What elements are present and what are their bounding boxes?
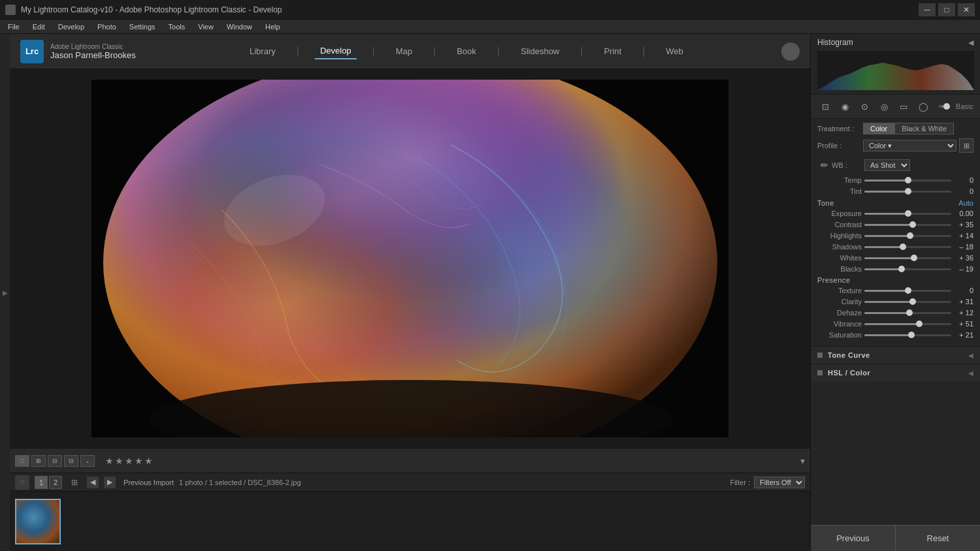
saturation-slider[interactable] bbox=[864, 334, 951, 336]
highlights-slider-row: Highlights + 14 bbox=[817, 232, 973, 240]
view-compare[interactable]: ⊞ bbox=[31, 455, 46, 467]
view-single[interactable]: □ bbox=[15, 455, 29, 467]
saturation-label: Saturation bbox=[817, 331, 862, 339]
nav-print[interactable]: Print bbox=[598, 44, 627, 59]
avatar[interactable] bbox=[781, 42, 800, 61]
vibrance-slider[interactable] bbox=[864, 323, 951, 325]
nav-web[interactable]: Web bbox=[661, 44, 689, 59]
left-panel[interactable]: ▶ bbox=[0, 34, 10, 551]
view-loupe[interactable]: ⊟ bbox=[64, 455, 78, 467]
nav-book[interactable]: Book bbox=[451, 44, 482, 59]
histogram-collapse-button[interactable]: ◀ bbox=[968, 39, 973, 47]
hand-tool-icon[interactable]: ☞ bbox=[15, 475, 29, 490]
adjustment-brush-tool[interactable]: ◯ bbox=[915, 99, 931, 114]
title-bar-icon bbox=[5, 5, 16, 15]
texture-slider[interactable] bbox=[864, 290, 951, 292]
temp-value: 0 bbox=[954, 176, 973, 184]
graduated-filter-tool[interactable]: ◎ bbox=[876, 99, 892, 114]
tone-subsection-label: Tone Auto bbox=[817, 199, 973, 207]
star-1[interactable]: ★ bbox=[105, 456, 114, 466]
temp-label: Temp bbox=[817, 176, 862, 184]
shadows-value: – 18 bbox=[954, 243, 973, 251]
tone-slider-thumb[interactable] bbox=[943, 103, 950, 110]
menu-photo[interactable]: Photo bbox=[95, 22, 119, 32]
nav-sep5: | bbox=[580, 46, 583, 57]
photo-info: 1 photo / 1 selected / DSC_8386-2.jpg bbox=[179, 479, 301, 486]
reset-button[interactable]: Reset bbox=[895, 525, 980, 551]
whites-slider[interactable] bbox=[864, 257, 951, 259]
strip-num-1[interactable]: 1 bbox=[35, 476, 48, 489]
nav-map[interactable]: Map bbox=[391, 44, 417, 59]
thumb-inner-1 bbox=[16, 500, 59, 543]
treatment-bw-btn[interactable]: Black & White bbox=[894, 123, 953, 134]
highlights-slider[interactable] bbox=[864, 235, 951, 237]
star-3[interactable]: ★ bbox=[125, 456, 133, 466]
wb-select[interactable]: As Shot Auto Daylight Cloudy Custom bbox=[864, 159, 910, 171]
star-5[interactable]: ★ bbox=[144, 456, 153, 466]
exposure-slider[interactable] bbox=[864, 213, 951, 215]
strip-num-2[interactable]: 2 bbox=[49, 476, 62, 489]
hsl-color-arrow: ◀ bbox=[968, 370, 973, 377]
menu-window[interactable]: Window bbox=[224, 22, 255, 32]
top-nav-left: Lrc Adobe Lightroom Classic Jason Parnel… bbox=[20, 40, 136, 63]
temp-slider-row: Temp 0 bbox=[817, 176, 973, 184]
treatment-label: Treatment : bbox=[817, 125, 863, 133]
prev-nav-button[interactable]: ◀ bbox=[87, 477, 99, 488]
wb-eyedropper-tool[interactable]: ✏ bbox=[817, 158, 832, 172]
crop-tool[interactable]: ⊡ bbox=[817, 99, 833, 114]
menu-help[interactable]: Help bbox=[263, 22, 283, 32]
close-button[interactable]: ✕ bbox=[958, 3, 975, 16]
shadows-slider[interactable] bbox=[864, 246, 951, 248]
menu-view[interactable]: View bbox=[195, 22, 216, 32]
nav-slideshow[interactable]: Slideshow bbox=[515, 44, 564, 59]
menu-edit[interactable]: Edit bbox=[30, 22, 48, 32]
profile-select[interactable]: Color ▾ bbox=[863, 140, 956, 151]
tone-curve-section[interactable]: Tone Curve ◀ bbox=[811, 346, 980, 364]
dehaze-slider[interactable] bbox=[864, 312, 951, 314]
nav-develop[interactable]: Develop bbox=[315, 43, 357, 59]
tone-name: Tone bbox=[817, 199, 834, 207]
hsl-color-toggle bbox=[817, 370, 823, 375]
app-name: Adobe Lightroom Classic bbox=[50, 43, 136, 50]
maximize-button[interactable]: □ bbox=[938, 3, 955, 16]
top-nav: Lrc Adobe Lightroom Classic Jason Parnel… bbox=[10, 34, 810, 69]
blacks-slider[interactable] bbox=[864, 268, 951, 270]
clarity-slider[interactable] bbox=[864, 301, 951, 303]
star-4[interactable]: ★ bbox=[135, 456, 143, 466]
view-grid[interactable]: ⊟ bbox=[48, 455, 62, 467]
histogram-canvas bbox=[817, 51, 974, 90]
menu-file[interactable]: File bbox=[5, 22, 22, 32]
histogram-section: Histogram ◀ bbox=[811, 34, 980, 95]
dehaze-value: + 12 bbox=[954, 309, 973, 317]
minimize-button[interactable]: ─ bbox=[919, 3, 936, 16]
contrast-slider[interactable] bbox=[864, 224, 951, 226]
menu-develop[interactable]: Develop bbox=[56, 22, 87, 32]
next-nav-button[interactable]: ▶ bbox=[104, 477, 116, 488]
wb-row: ✏ WB : As Shot Auto Daylight Cloudy Cust… bbox=[817, 158, 973, 172]
spot-removal-tool[interactable]: ◉ bbox=[837, 99, 853, 114]
nav-library[interactable]: Library bbox=[244, 44, 281, 59]
view-options[interactable]: ⌄ bbox=[80, 455, 95, 467]
filmstrip-thumb-1[interactable] bbox=[15, 499, 61, 544]
redeye-tool[interactable]: ⊙ bbox=[857, 99, 872, 114]
profile-grid-button[interactable]: ⊞ bbox=[959, 138, 973, 153]
treatment-color-btn[interactable]: Color bbox=[863, 123, 894, 134]
shadows-slider-row: Shadows – 18 bbox=[817, 243, 973, 251]
menu-tools[interactable]: Tools bbox=[166, 22, 188, 32]
tint-slider[interactable] bbox=[864, 191, 951, 193]
previous-button[interactable]: Previous bbox=[811, 525, 895, 551]
grid-view-icon[interactable]: ⊞ bbox=[67, 475, 82, 490]
view-controls: □ ⊞ ⊟ ⊟ ⌄ bbox=[15, 455, 95, 467]
star-2[interactable]: ★ bbox=[115, 456, 123, 466]
menu-settings[interactable]: Settings bbox=[127, 22, 158, 32]
hsl-color-section[interactable]: HSL / Color ◀ bbox=[811, 364, 980, 381]
shadows-label: Shadows bbox=[817, 243, 862, 251]
tone-auto-btn[interactable]: Auto bbox=[958, 199, 973, 207]
filter-select[interactable]: Filters Off Rated Flagged bbox=[754, 477, 805, 488]
histogram-title: Histogram bbox=[817, 38, 853, 47]
right-panel-scroll[interactable]: Treatment : Color Black & White Profile … bbox=[811, 119, 980, 525]
expand-filmstrip-button[interactable]: ▾ bbox=[800, 456, 805, 466]
tone-curve-toggle bbox=[817, 353, 823, 358]
temp-slider[interactable] bbox=[864, 180, 951, 181]
radial-filter-tool[interactable]: ▭ bbox=[896, 99, 911, 114]
